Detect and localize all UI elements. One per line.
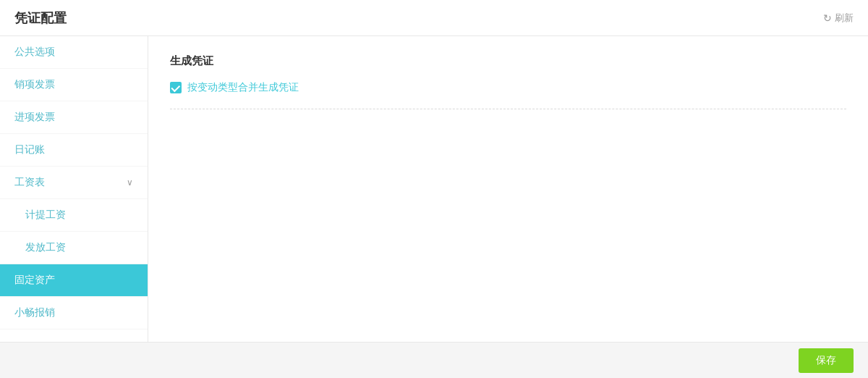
content-area: 生成凭证 按变动类型合并生成凭证: [148, 36, 868, 342]
sidebar-item-label: 小畅报销: [14, 306, 55, 319]
refresh-icon: ↻: [823, 12, 832, 24]
checkbox-label: 按变动类型合并生成凭证: [187, 81, 299, 94]
sidebar-item-payroll-table[interactable]: 工资表∨: [0, 167, 148, 199]
sidebar-item-label: 进项发票: [14, 111, 55, 124]
sidebar-item-label: 公共选项: [14, 46, 55, 59]
sidebar-item-label: 计提工资: [25, 209, 66, 222]
sidebar-item-payroll-calc[interactable]: 计提工资: [0, 199, 148, 232]
sidebar-item-label: 销项发票: [14, 78, 55, 91]
footer: 保存: [0, 342, 868, 378]
sidebar-item-petty-expense[interactable]: 小畅报销: [0, 297, 148, 329]
refresh-button[interactable]: ↻ 刷新: [823, 12, 854, 25]
sidebar-item-public-options[interactable]: 公共选项: [0, 36, 148, 69]
sidebar-item-payroll-pay[interactable]: 发放工资: [0, 232, 148, 264]
chevron-down-icon: ∨: [127, 177, 133, 188]
page-title: 凭证配置: [14, 9, 67, 27]
main-layout: 公共选项销项发票进项发票日记账工资表∨计提工资发放工资固定资产小畅报销 生成凭证…: [0, 36, 868, 342]
save-button[interactable]: 保存: [799, 348, 854, 373]
sidebar-item-label: 日记账: [14, 143, 45, 156]
section-divider: [170, 109, 846, 109]
checkbox-row[interactable]: 按变动类型合并生成凭证: [170, 81, 846, 94]
header: 凭证配置 ↻ 刷新: [0, 0, 868, 36]
sidebar-item-label: 工资表: [14, 176, 45, 189]
sidebar-item-label: 固定资产: [14, 274, 55, 287]
sidebar-item-journal[interactable]: 日记账: [0, 134, 148, 167]
sidebar: 公共选项销项发票进项发票日记账工资表∨计提工资发放工资固定资产小畅报销: [0, 36, 148, 342]
refresh-label: 刷新: [835, 12, 854, 25]
merge-by-type-checkbox[interactable]: [170, 82, 182, 93]
section-title: 生成凭证: [170, 54, 846, 68]
sidebar-item-label: 发放工资: [25, 241, 66, 254]
sidebar-item-sales-invoice[interactable]: 销项发票: [0, 69, 148, 101]
sidebar-item-fixed-assets[interactable]: 固定资产: [0, 264, 148, 297]
sidebar-item-purchase-invoice[interactable]: 进项发票: [0, 101, 148, 134]
